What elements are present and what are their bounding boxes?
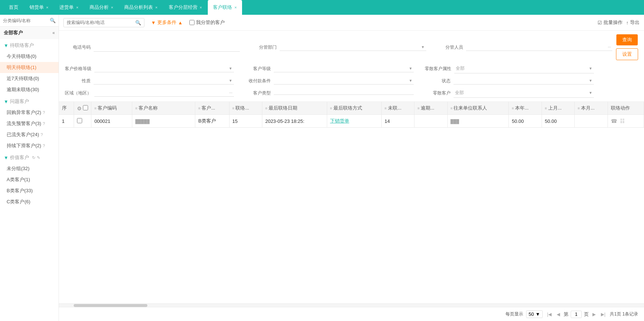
th-this-month[interactable]: ≡本月... — [575, 102, 608, 115]
chevron-down-icon: ▼ — [589, 79, 592, 83]
th-code[interactable]: ≡客户编码 — [91, 102, 132, 115]
sidebar-item-churn-warning[interactable]: 流失预警客户(3) ? — [0, 118, 59, 129]
select-all-checkbox[interactable] — [83, 105, 88, 110]
cell-action: ☎ ☷ — [608, 115, 644, 128]
sidebar-item-overdue[interactable]: 逾期未联络(30) — [0, 84, 59, 95]
sidebar-item-class-b[interactable]: B类客户(33) — [0, 185, 59, 196]
retail-attr-select[interactable]: 全部 ▼ — [454, 64, 594, 73]
sidebar-item-churned[interactable]: 已流失客户(24) ? — [0, 129, 59, 140]
next-page-button[interactable]: ▶ — [591, 311, 597, 318]
close-icon[interactable]: × — [111, 5, 113, 10]
question-icon[interactable]: ? — [43, 144, 45, 148]
query-button[interactable]: 查询 — [616, 34, 638, 45]
th-last-method[interactable]: ≡最后联络方式 — [327, 102, 381, 115]
question-icon[interactable]: ? — [43, 121, 45, 126]
collapse-icon[interactable]: « — [52, 30, 55, 35]
cell-contacts-unit: ███ — [447, 115, 509, 128]
close-icon[interactable]: × — [46, 5, 48, 10]
nature-select[interactable]: ▼ — [94, 77, 234, 84]
nav-tab-analysis-list[interactable]: 商品分析列表 × — [119, 0, 162, 15]
sidebar-item-unclassified[interactable]: 未分组(32) — [0, 163, 59, 174]
refresh-icon[interactable]: ↻ — [32, 155, 35, 160]
main-layout: 🔍 全部客户 « ▼ 待联络客户 今天待联络(0) 明天待联络(1) 近7天待联… — [0, 15, 644, 321]
payment-select[interactable]: ▼ — [274, 77, 414, 84]
filter-area: 区域（地区） ··· — [65, 89, 234, 97]
last-method-link[interactable]: 下销货单 — [330, 118, 349, 124]
price-level-select[interactable]: ▼ — [94, 65, 234, 72]
nav-tab-sales[interactable]: 销货单 × — [24, 0, 53, 15]
question-icon[interactable]: ? — [43, 110, 45, 115]
search-input[interactable] — [67, 20, 133, 25]
phone-action-icon[interactable]: ☎ — [611, 118, 617, 124]
status-select[interactable]: ▼ — [454, 77, 594, 84]
area-select[interactable]: ··· — [94, 89, 234, 97]
cell-this-year: 50.00 — [509, 115, 542, 128]
price-level-label: 客户价格等级 — [65, 66, 91, 72]
nav-tab-customer-tier[interactable]: 客户分层经营 × — [164, 0, 207, 15]
th-this-year[interactable]: ≡本年... — [509, 102, 542, 115]
row-checkbox[interactable] — [77, 118, 82, 123]
retail-select[interactable]: 全部 ▼ — [454, 88, 594, 98]
th-contacts-unit[interactable]: ≡往来单位联系人 — [447, 102, 509, 115]
nav-home[interactable]: 首页 — [4, 0, 24, 15]
th-last-month[interactable]: ≡上月... — [542, 102, 574, 115]
settings-icon[interactable]: ⚙ — [77, 106, 82, 111]
th-name[interactable]: ≡客户名称 — [132, 102, 195, 115]
page-number-input[interactable] — [571, 311, 582, 318]
sidebar-item-declining[interactable]: 持续下滑客户(2) ? — [0, 140, 59, 151]
action-icons: ☎ ☷ — [611, 118, 641, 124]
my-customers-checkbox[interactable] — [189, 20, 195, 25]
sidebar-all-customers[interactable]: 全部客户 « — [0, 27, 59, 39]
chevron-up-icon: ▲ — [178, 20, 183, 25]
per-page-select[interactable]: 50 ▼ — [526, 310, 543, 318]
cell-type: B类客户 — [195, 115, 229, 128]
nav-tab-customer-contact[interactable]: 客户联络 × — [208, 0, 242, 15]
set-button[interactable]: 设置 — [616, 48, 638, 60]
nav-tab-analysis[interactable]: 商品分析 × — [84, 0, 118, 15]
search-bar: 🔍 ▼ 更多条件 ▲ 我分管的客户 ☑ 批量操作 ↑ 导出 — [59, 15, 644, 31]
sidebar-item-7days[interactable]: 近7天待联络(0) — [0, 73, 59, 84]
close-icon[interactable]: × — [234, 5, 237, 10]
person-select[interactable]: ··· — [466, 44, 612, 51]
status-label: 状态 — [425, 78, 451, 84]
last-page-button[interactable]: ▶| — [599, 311, 607, 318]
cell-checkbox — [74, 115, 91, 128]
filter-row-3: 性质 ▼ 收付款条件 ▼ 状态 — [65, 77, 638, 84]
grid-action-icon[interactable]: ☷ — [620, 118, 625, 124]
th-overdue[interactable]: ≡逾期... — [414, 102, 447, 115]
prev-page-button[interactable]: ◀ — [555, 311, 561, 318]
horizontal-scrollbar[interactable] — [59, 303, 644, 307]
dept-select[interactable]: ▼ — [280, 44, 426, 51]
export-icon: ↑ — [626, 20, 629, 25]
close-icon[interactable]: × — [200, 5, 202, 10]
question-icon[interactable]: ? — [41, 132, 43, 137]
search-icon[interactable]: 🔍 — [135, 20, 141, 25]
sidebar-item-class-a[interactable]: A类客户(1) — [0, 174, 59, 185]
nature-label: 性质 — [65, 78, 91, 84]
scrollbar-thumb[interactable] — [74, 304, 147, 307]
customer-level-select[interactable]: ▼ — [274, 65, 414, 72]
th-contacts[interactable]: ≡联络... — [229, 102, 262, 115]
th-type[interactable]: ≡客户... — [195, 102, 229, 115]
sidebar-item-repurchase-abnormal[interactable]: 回购异常客户(2) ? — [0, 107, 59, 118]
sidebar-search-input[interactable] — [3, 18, 48, 23]
search-icon[interactable]: 🔍 — [50, 18, 56, 23]
cell-contacts: 15 — [229, 115, 262, 128]
th-checkbox: ⚙ — [74, 102, 91, 115]
nav-tab-purchase[interactable]: 进货单 × — [54, 0, 83, 15]
close-icon[interactable]: × — [76, 5, 78, 10]
customer-type-select[interactable] — [274, 92, 414, 95]
sidebar-item-today[interactable]: 今天待联络(0) — [0, 51, 59, 62]
more-filter-button[interactable]: ▼ 更多条件 ▲ — [148, 18, 186, 27]
batch-operations-button[interactable]: ☑ 批量操作 — [598, 19, 623, 26]
sidebar-item-tomorrow[interactable]: 明天待联络(1) — [0, 62, 59, 73]
phone-input[interactable] — [94, 43, 240, 52]
close-icon[interactable]: × — [155, 5, 157, 10]
sidebar-item-class-c[interactable]: C类客户(6) — [0, 196, 59, 207]
th-unlinked[interactable]: ≡未联... — [381, 102, 414, 115]
th-last-date[interactable]: ≡最后联络日期 — [262, 102, 327, 115]
export-button[interactable]: ↑ 导出 — [626, 19, 640, 26]
edit-icon[interactable]: ✎ — [37, 155, 40, 160]
first-page-button[interactable]: |◀ — [546, 311, 553, 318]
filter-row-1: 电话号码 分管部门 ▼ 分管人员 ··· — [65, 34, 638, 60]
